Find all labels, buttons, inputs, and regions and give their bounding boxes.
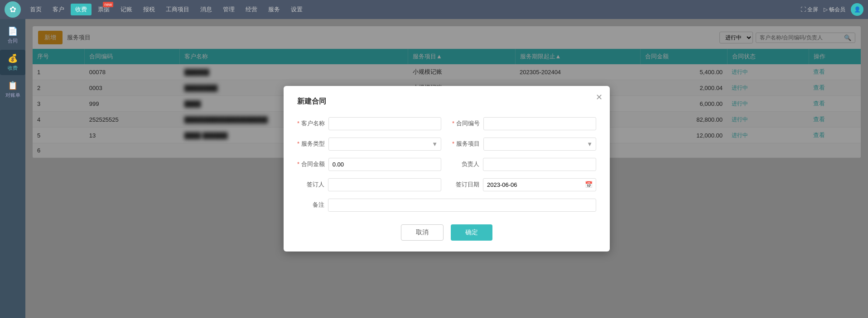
avatar[interactable]: 👤 <box>851 3 863 16</box>
confirm-button[interactable]: 确定 <box>451 224 492 241</box>
cancel-button[interactable]: 取消 <box>401 224 444 241</box>
main-layout: 📄 合同 💰 收费 📋 对账单 新增 服务项目 进行中 已完成 已终止 <box>0 19 868 318</box>
nav-item-charge[interactable]: 收费 <box>71 4 92 15</box>
form-row-service-item: 服务项目 ▼ <box>452 138 596 151</box>
nav-item-industry[interactable]: 工商项目 <box>161 4 194 15</box>
client-name-label: 客户名称 <box>297 119 325 128</box>
nav-item-tax[interactable]: 报税 <box>139 4 159 15</box>
responsible-input[interactable] <box>483 158 596 171</box>
nav-item-invoice[interactable]: 票据 new <box>93 4 114 15</box>
nav-item-home[interactable]: 首页 <box>25 4 46 15</box>
responsible-label: 负责人 <box>452 160 479 168</box>
sidebar-item-label-charge: 收费 <box>8 65 18 71</box>
service-type-label: 服务类型 <box>297 140 325 148</box>
form-row-signer: 签订人 <box>297 178 441 191</box>
service-item-select[interactable] <box>483 138 596 151</box>
sign-date-wrap: 📅 <box>483 178 596 191</box>
form-row-responsible: 负责人 <box>452 158 596 171</box>
form-row-contract-no: 合同编号 <box>452 117 596 130</box>
vip-button[interactable]: ▷ 畅会员 <box>824 6 845 14</box>
sidebar-item-reconcile[interactable]: 📋 对账单 <box>0 77 25 102</box>
contract-amount-label: 合同金额 <box>297 160 325 168</box>
sidebar: 📄 合同 💰 收费 📋 对账单 <box>0 19 25 318</box>
fullscreen-icon: ⛶ <box>800 6 806 13</box>
form-row-notes: 备注 <box>297 199 596 212</box>
sidebar-item-contract[interactable]: 📄 合同 <box>0 23 25 48</box>
service-type-select[interactable] <box>328 138 441 151</box>
nav-item-manage[interactable]: 管理 <box>218 4 239 15</box>
fullscreen-button[interactable]: ⛶ 全屏 <box>800 6 818 14</box>
contract-amount-input[interactable] <box>328 158 441 171</box>
top-navigation: ✿ 首页 客户 收费 票据 new 记账 报税 工商项目 消息 管理 经营 服务… <box>0 0 868 19</box>
new-contract-modal: 新建合同 ✕ 客户名称 合同编号 服务类型 <box>284 86 610 252</box>
modal-overlay: 新建合同 ✕ 客户名称 合同编号 服务类型 <box>25 19 868 318</box>
contract-no-label: 合同编号 <box>452 119 480 128</box>
service-item-select-wrap: ▼ <box>483 138 596 151</box>
client-name-input[interactable] <box>328 117 441 130</box>
service-type-select-wrap: ▼ <box>328 138 441 151</box>
form-row-service-type: 服务类型 ▼ <box>297 138 441 151</box>
modal-close-button[interactable]: ✕ <box>596 92 603 102</box>
nav-item-bookkeeping[interactable]: 记账 <box>116 4 137 15</box>
form-row-client: 客户名称 <box>297 117 441 130</box>
signer-input[interactable] <box>328 178 441 191</box>
app-logo: ✿ <box>5 1 21 18</box>
sidebar-item-label-contract: 合同 <box>8 38 18 44</box>
form-row-sign-date: 签订日期 📅 <box>452 178 596 191</box>
sidebar-item-label-reconcile: 对账单 <box>5 92 20 99</box>
service-item-label: 服务项目 <box>452 140 480 148</box>
reconcile-icon: 📋 <box>8 81 18 90</box>
charge-icon: 💰 <box>8 53 18 63</box>
nav-item-client[interactable]: 客户 <box>48 4 69 15</box>
new-badge: new <box>103 2 113 7</box>
notes-input[interactable] <box>328 199 596 212</box>
modal-title: 新建合同 <box>297 97 596 106</box>
nav-item-service[interactable]: 服务 <box>264 4 285 15</box>
notes-label: 备注 <box>297 201 324 209</box>
sign-date-input[interactable] <box>483 178 596 191</box>
modal-footer: 取消 确定 <box>297 224 596 241</box>
nav-item-message[interactable]: 消息 <box>196 4 217 15</box>
form-row-amount: 合同金额 <box>297 158 441 171</box>
form-grid: 客户名称 合同编号 服务类型 ▼ <box>297 117 596 212</box>
nav-item-operation[interactable]: 经营 <box>241 4 262 15</box>
nav-item-settings[interactable]: 设置 <box>286 4 307 15</box>
nav-items: 首页 客户 收费 票据 new 记账 报税 工商项目 消息 管理 经营 服务 设… <box>25 4 800 15</box>
avatar-icon: 👤 <box>854 6 861 13</box>
vip-icon: ▷ <box>824 6 828 13</box>
contract-no-input[interactable] <box>483 117 596 130</box>
contract-icon: 📄 <box>8 26 18 36</box>
nav-right: ⛶ 全屏 ▷ 畅会员 👤 <box>800 3 863 16</box>
sidebar-item-charge[interactable]: 💰 收费 <box>0 50 25 75</box>
sign-date-label: 签订日期 <box>452 180 479 189</box>
content-area: 新增 服务项目 进行中 已完成 已终止 🔍 <box>25 19 868 318</box>
signer-label: 签订人 <box>297 180 324 189</box>
